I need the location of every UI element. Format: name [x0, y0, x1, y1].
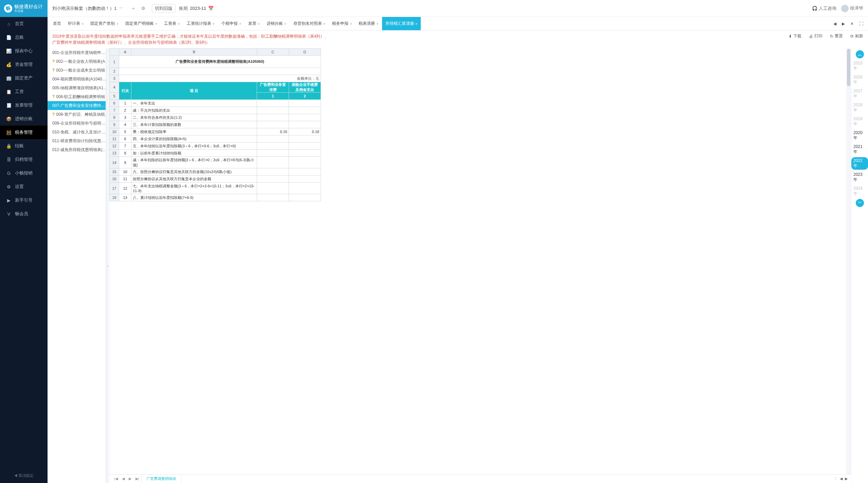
grid-corner[interactable] [110, 49, 119, 56]
list-item[interactable]: 007-广告费和业务宣传费跨… [48, 101, 106, 110]
cell-rn[interactable]: 3 [119, 114, 131, 121]
cell-item[interactable]: 六、按照分摊协议归集至其他关联方的金额(10≤3与6孰小值) [131, 168, 257, 175]
sidebar-item-8[interactable]: 🧮税务管理 [0, 126, 48, 139]
cell-item[interactable]: 四、本企业计算的扣除限额(4×5) [131, 135, 257, 143]
cell-v2[interactable] [289, 107, 321, 114]
list-item[interactable]: 012-减免所得税优惠明细表(… [48, 145, 106, 154]
cell-rn[interactable]: 11 [119, 175, 131, 183]
cell-v2[interactable] [289, 183, 321, 194]
cell-v1[interactable] [257, 150, 289, 157]
col-header[interactable]: D [289, 49, 321, 56]
sidebar-item-1[interactable]: 📄总账 [0, 31, 48, 44]
tab-5[interactable]: 工资统计报表× [183, 17, 218, 30]
list-item[interactable]: ?006-职工薪酬纳税调整明细… [48, 92, 106, 101]
row-header[interactable]: 17 [110, 183, 119, 194]
list-item[interactable]: 010-免税、减计收入及加计… [48, 128, 106, 136]
col-header[interactable]: A [119, 49, 131, 56]
cell-rn[interactable]: 12 [119, 183, 131, 194]
tab-9[interactable]: 存货别名对照表× [290, 17, 329, 30]
cell-v1[interactable]: 0.15 [257, 128, 289, 135]
tab-close-icon[interactable]: × [376, 22, 378, 26]
sidebar-item-2[interactable]: 📊报表中心 [0, 44, 48, 58]
list-item[interactable]: 005-纳税调整项目明细表(A1… [48, 83, 106, 92]
cell-rn[interactable]: 9 [119, 157, 131, 168]
tab-close-icon[interactable]: × [155, 22, 157, 26]
sidebar-item-0[interactable]: ⌂首页 [0, 17, 48, 31]
fullscreen-icon[interactable]: ⛶ [858, 21, 865, 27]
tab-2[interactable]: 固定资产类别× [87, 17, 122, 30]
list-item[interactable]: 001-企业所得税年度纳税申… [48, 48, 106, 57]
cell-v1[interactable] [257, 100, 289, 107]
cell-item[interactable]: 减：本年扣除的以前年度结转额[3＞6，本行=0；3≤6，本行=8与(6-3)孰小… [131, 157, 257, 168]
tab-close-icon[interactable]: × [284, 22, 286, 26]
cell-item[interactable]: 一、本年支出 [131, 100, 257, 107]
row-header[interactable]: 4 [110, 82, 119, 93]
cell-v1[interactable] [257, 135, 289, 143]
year-option[interactable]: 2020年 [851, 129, 868, 142]
cell-rn[interactable]: 4 [119, 121, 131, 128]
sidebar-item-3[interactable]: 💰资金管理 [0, 58, 48, 71]
year-down-icon[interactable]: ︾ [856, 199, 864, 207]
row-header[interactable]: 3 [110, 75, 119, 82]
row-header[interactable]: 8 [110, 114, 119, 121]
cell-item[interactable]: 二、本年符合条件的支出(1-2) [131, 114, 257, 121]
cell-item[interactable]: 按照分摊协议从其他关联方归集至本企业的金额 [131, 175, 257, 183]
tab-close-icon[interactable]: × [82, 22, 84, 26]
tab-close-icon[interactable]: × [213, 22, 215, 26]
reset-button[interactable]: ↻ 重置 [830, 33, 843, 39]
account-selector[interactable]: 刘小艳演示账套（勿删勿动！）1 [52, 5, 116, 12]
cell-item[interactable]: 五、本年结转以后年度扣除额(3＞6，本行=3-6；3≤6，本行=0) [131, 143, 257, 150]
sheet-tab[interactable]: 广宣费调整明细表 [141, 475, 181, 483]
cell-v1[interactable] [257, 157, 289, 168]
tab-close-icon[interactable]: × [323, 22, 325, 26]
cell-v1[interactable] [257, 143, 289, 150]
cell-rn[interactable]: 6 [119, 135, 131, 143]
cell-item[interactable]: 三、本年计算扣除限额的基数 [131, 121, 257, 128]
row-header[interactable]: 5 [110, 93, 119, 100]
cell-rn[interactable]: 1 [119, 100, 131, 107]
switch-old-button[interactable]: 切到旧版 [152, 4, 176, 13]
row-header[interactable]: 14 [110, 157, 119, 168]
sidebar-item-12[interactable]: ⚙设置 [0, 180, 48, 193]
cell-rn[interactable]: 5 [119, 128, 131, 135]
list-item[interactable]: ?008-资产折旧、摊销及纳税… [48, 110, 106, 119]
sidebar-item-11[interactable]: G小畅报销 [0, 166, 48, 180]
tab-close-icon[interactable]: × [116, 22, 118, 26]
consult-link[interactable]: 人工咨询 [812, 5, 836, 12]
cell-v2[interactable] [289, 121, 321, 128]
print-button[interactable]: 🖨 打印 [809, 33, 822, 39]
cell-v1[interactable] [257, 114, 289, 121]
cell-item[interactable]: 八、累计结转以后年度扣除额(7+8-9) [131, 194, 257, 201]
row-header[interactable]: 10 [110, 128, 119, 135]
download-button[interactable]: ⬇ 下载 [789, 33, 801, 39]
cell-item[interactable]: 乘：税收规定扣除率 [131, 128, 257, 135]
cell-v2[interactable] [289, 194, 321, 201]
calendar-icon[interactable]: 📅 [208, 6, 214, 11]
spreadsheet[interactable]: ABCD1广告费和业务宣传费跨年度纳税调整明细表(A105060)23金额单位：… [109, 48, 851, 474]
cell-v2[interactable] [289, 168, 321, 175]
tab-0[interactable]: 首页 [50, 17, 65, 30]
tab-6[interactable]: 个税申报× [218, 17, 245, 30]
list-item[interactable]: ?002-一般企业收入明细表(A… [48, 57, 106, 66]
cell-v1[interactable] [257, 107, 289, 114]
year-up-icon[interactable]: ︽ [856, 50, 864, 58]
tab-close-icon[interactable]: × [350, 22, 352, 26]
year-option[interactable]: 2023年 [851, 171, 868, 184]
cell-v2[interactable]: 0.18 [289, 128, 321, 135]
cell-rn[interactable]: 13 [119, 194, 131, 201]
row-header[interactable]: 18 [110, 194, 119, 201]
col-header[interactable]: B [131, 49, 257, 56]
row-header[interactable]: 1 [110, 56, 119, 68]
cell-rn[interactable]: 8 [119, 150, 131, 157]
tab-7[interactable]: 发票× [245, 17, 263, 30]
tab-close-icon[interactable]: × [415, 22, 417, 26]
list-item[interactable]: ?003-一般企业成本支出明细… [48, 66, 106, 75]
account-chevron-icon[interactable]: ﹀ [119, 5, 123, 11]
row-header[interactable]: 2 [110, 68, 119, 75]
cell-v1[interactable] [257, 183, 289, 194]
row-header[interactable]: 7 [110, 107, 119, 114]
sidebar-item-7[interactable]: 📦进销台账 [0, 112, 48, 126]
tab-3[interactable]: 固定资产明细账× [122, 17, 161, 30]
cell-v1[interactable] [257, 121, 289, 128]
sidebar-item-13[interactable]: ▶新手引导 [0, 193, 48, 207]
